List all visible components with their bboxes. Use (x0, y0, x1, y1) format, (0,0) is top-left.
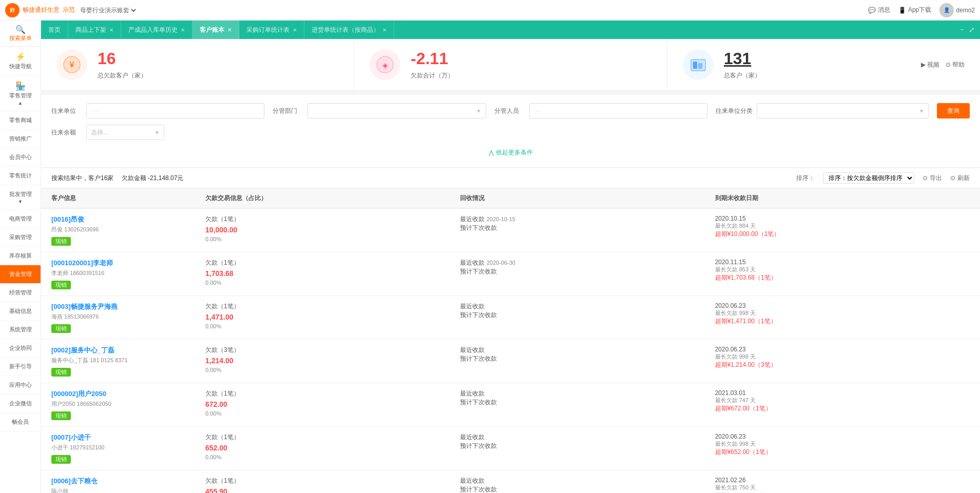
customer-name-2[interactable]: [0003]畅捷服务尹海燕 (51, 303, 118, 310)
sidebar-item-vip[interactable]: 畅会员 (0, 413, 41, 431)
export-btn[interactable]: ⊙ 导出 (923, 174, 942, 183)
app-download-btn[interactable]: 📱 App下载 (898, 6, 931, 14)
sidebar-item-batch-mgmt[interactable]: 批发管理 ▼ (0, 185, 41, 210)
balance-input[interactable]: 选择... ▼ (86, 125, 164, 140)
table-row: [000002]用户2050 用户2050 18665062050 现销 欠款（… (41, 383, 980, 427)
tab-instock-stats[interactable]: 进货单统计表（按商品） ✕ (304, 21, 394, 39)
query-button[interactable]: 查询 (937, 103, 970, 119)
customer-contact-4: 用户2050 18665062050 (51, 400, 205, 408)
logo-area: 好 畅捷通好生意 示范 母婴行业演示账套 (5, 3, 138, 17)
customer-tag-3: 现销 (51, 368, 71, 377)
sidebar-item-marketing[interactable]: 营销推广 (0, 130, 41, 148)
close-tab-purchase-order-stats[interactable]: ✕ (293, 27, 297, 33)
avatar: 👤 (939, 3, 954, 17)
filter-row-2: 往来余额 选择... ▼ (51, 125, 970, 140)
tab-maximize-icon[interactable]: ⤢ (969, 26, 975, 34)
user-avatar-area[interactable]: 👤 demo2 (939, 3, 975, 17)
stat-card-actions: ▶ 视频 ⊙ 帮助 (921, 61, 965, 69)
sidebar-item-app-center[interactable]: 应用中心 (0, 376, 41, 395)
table-row: [0006]去下粮仓 陈小帅 现销 欠款（1笔） 455.90 0.00% 最近… (41, 470, 980, 493)
tab-minimize-icon[interactable]: － (958, 25, 966, 34)
dept-dropdown-icon: ▼ (476, 108, 482, 114)
filter-area: 往来单位 ··· 分管部门 ▼ 分管人员 (41, 95, 980, 168)
table-header: 客户信息 欠款交易信息（占比） 回收情况 到期未收款日期 (41, 189, 980, 209)
sidebar-item-ecommerce[interactable]: 电商管理 (0, 210, 41, 228)
stats-row: ¥ 16 总欠款客户（家） ◈ -2.11 欠款合计（万） (41, 39, 980, 91)
export-icon: ⊙ (923, 174, 928, 182)
due-cell-0: 2020.10.15 最长欠款 884 天 超期¥10,000.00（1笔） (715, 215, 970, 239)
stat-info-overdue-customers: 16 总欠款客户（家） (98, 49, 147, 80)
help-action-btn[interactable]: ⊙ 帮助 (946, 61, 965, 69)
search-menu-btn[interactable]: 🔍 搜索菜单 (0, 21, 41, 47)
customer-contact-3: 服务中心_丁磊 181 0125 8371 (51, 357, 205, 364)
tab-purchase-order-stats[interactable]: 采购订单统计表 ✕ (239, 21, 304, 39)
close-tab-customer-account[interactable]: ✕ (227, 27, 232, 33)
close-tab-instock-stats[interactable]: ✕ (382, 27, 387, 33)
customer-name-0[interactable]: [0016]昂俊 (51, 215, 84, 223)
sidebar-item-quick-nav[interactable]: ⚡ 快捷导航 (0, 47, 41, 76)
sidebar-item-business[interactable]: 经营管理 (0, 284, 41, 302)
industry-select[interactable]: 母婴行业演示账套 (78, 6, 138, 14)
person-input[interactable]: ··· (529, 103, 707, 119)
stat-icon-money: ¥ (56, 49, 87, 80)
logo-icon: 好 (5, 3, 20, 17)
recovery-cell-6: 最近收款 预计下次收款 (460, 477, 715, 493)
collapse-filter-btn[interactable]: ⋀ 收起更多条件 (487, 146, 535, 159)
dept-input[interactable]: ▼ (308, 103, 486, 119)
due-cell-5: 2020.06.23 最长欠款 998 天 超期¥652.00（1笔） (715, 433, 970, 457)
message-btn[interactable]: 💬 消息 (868, 6, 890, 14)
customer-name-6[interactable]: [0006]去下粮仓 (51, 477, 98, 485)
result-actions: 排序： 排序：按欠款金额倒序排序 ⊙ 导出 ⊙ 刷新 (796, 172, 970, 184)
debt-cell-1: 欠款（1笔） 1,703.68 0.00% (205, 259, 460, 286)
video-action-btn[interactable]: ▶ 视频 (921, 61, 939, 69)
unit-class-input[interactable]: ▼ (757, 103, 929, 119)
debt-cell-2: 欠款（1笔） 1,471.00 0.00% (205, 302, 460, 329)
from-unit-input[interactable]: ··· (86, 103, 264, 119)
sort-select[interactable]: 排序：按欠款金额倒序排序 (823, 172, 914, 184)
sidebar-item-purchase[interactable]: 采购管理 (0, 228, 41, 247)
overdue-link-1[interactable]: 超期¥1,703.68（1笔） (715, 273, 970, 282)
tab-products-offline[interactable]: 商品上下架 ✕ (68, 21, 121, 39)
tab-home[interactable]: 首页 (41, 21, 68, 39)
customer-cell-2: [0003]畅捷服务尹海燕 海燕 18513066976 现销 (51, 302, 205, 333)
sidebar: 🔍 搜索菜单 ⚡ 快捷导航 🏪 零售管理 ▲ 零售商城 营销推广 会员中心 零售… (0, 21, 41, 493)
sidebar-item-retail-mgmt[interactable]: 🏪 零售管理 ▲ (0, 76, 41, 111)
sidebar-item-member[interactable]: 会员中心 (0, 148, 41, 167)
filter-balance: 往来余额 选择... ▼ (51, 125, 164, 140)
refresh-btn[interactable]: ⊙ 刷新 (950, 174, 970, 183)
overdue-link-0[interactable]: 超期¥10,000.00（1笔） (715, 230, 970, 239)
sidebar-item-basic-info[interactable]: 基础信息 (0, 302, 41, 321)
stat-label-total-customers: 总客户（家） (724, 71, 761, 80)
overdue-link-4[interactable]: 超期¥672.00（1笔） (715, 404, 970, 413)
customer-name-3[interactable]: [0002]服务中心_丁磊 (51, 346, 114, 354)
sidebar-item-weixin[interactable]: 企业微信 (0, 395, 41, 413)
sidebar-item-guide[interactable]: 新手引导 (0, 358, 41, 376)
customer-cell-1: [0001020001]李老师 李老师 18600391516 现销 (51, 259, 205, 289)
customer-contact-2: 海燕 18513066976 (51, 313, 205, 321)
collapse-row: ⋀ 收起更多条件 (51, 146, 970, 159)
top-bar: 好 畅捷通好生意 示范 母婴行业演示账套 💬 消息 📱 App下载 👤 demo… (0, 0, 980, 21)
customer-name-5[interactable]: [0007]小进干 (51, 433, 91, 441)
close-tab-production-history[interactable]: ✕ (181, 27, 185, 33)
customer-name-4[interactable]: [000002]用户2050 (51, 390, 106, 398)
sidebar-item-finance[interactable]: 资金管理 (0, 265, 41, 284)
video-icon: ▶ (921, 61, 926, 68)
tab-production-history[interactable]: 产成品入库单历史 ✕ (121, 21, 193, 39)
customer-name-1[interactable]: [0001020001]李老师 (51, 259, 113, 267)
overdue-link-5[interactable]: 超期¥652.00（1笔） (715, 448, 970, 457)
sidebar-item-system[interactable]: 系统管理 (0, 321, 41, 339)
overdue-link-2[interactable]: 超期¥1,471.00（1笔） (715, 317, 970, 326)
close-tab-products-offline[interactable]: ✕ (109, 27, 113, 33)
tab-customer-account[interactable]: 客户账本 ✕ (193, 21, 239, 39)
overdue-link-3[interactable]: 超期¥1,214.00（3笔） (715, 361, 970, 369)
customer-tag-4: 现销 (51, 411, 71, 420)
sidebar-item-retail-stats[interactable]: 零售统计 (0, 167, 41, 185)
sidebar-item-inventory[interactable]: 库存核算 (0, 247, 41, 265)
filter-dept: 分管部门 ▼ (273, 103, 486, 119)
sidebar-item-retail-mall[interactable]: 零售商城 (0, 111, 41, 130)
main-content-area: 首页 商品上下架 ✕ 产成品入库单历史 ✕ 客户账本 ✕ 采购订单统计表 ✕ 进… (41, 21, 980, 493)
sidebar-item-enterprise[interactable]: 企业协同 (0, 339, 41, 358)
due-cell-1: 2020.11.15 最长欠款 853 天 超期¥1,703.68（1笔） (715, 259, 970, 282)
due-cell-2: 2020.06.23 最长欠款 998 天 超期¥1,471.00（1笔） (715, 302, 970, 326)
tab-bar-actions: － ⤢ (953, 25, 980, 34)
